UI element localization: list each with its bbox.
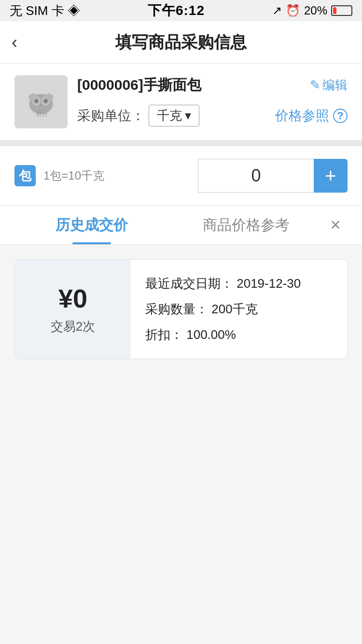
tabs-container: 历史成交价 商品价格参考 ×	[0, 206, 362, 245]
product-card: 野计 [0000006]手撕面包 ✎ 编辑 采购单位： 千克 ▾ 价格参照 ?	[0, 64, 362, 140]
quantity-right: 0 +	[198, 159, 348, 193]
edit-icon: ✎	[310, 78, 320, 93]
status-bar: 无 SIM 卡 ◈ 下午6:12 ↗ ⏰ 20%	[0, 0, 362, 21]
unit-conversion: 1包=10千克	[43, 168, 104, 183]
alarm-icon: ⏰	[286, 4, 300, 17]
location-icon: ↗	[272, 4, 282, 17]
price-ref-button[interactable]: 价格参照 ?	[275, 107, 348, 125]
latest-date-row: 最近成交日期： 2019-12-30	[145, 274, 333, 293]
tabs-close-button[interactable]: ×	[323, 213, 348, 237]
purchase-qty-row: 采购数量： 200千克	[145, 300, 333, 319]
unit-row: 采购单位： 千克 ▾ 价格参照 ?	[77, 105, 348, 126]
discount-row: 折扣： 100.00%	[145, 325, 333, 344]
price-ref-help-icon: ?	[333, 109, 348, 123]
svg-point-6	[44, 100, 47, 102]
battery-icon	[331, 5, 352, 16]
price-card: ¥0 交易2次 最近成交日期： 2019-12-30 采购数量： 200千克 折…	[14, 259, 348, 359]
price-card-left: ¥0 交易2次	[15, 260, 131, 359]
nav-bar: ‹ 填写商品采购信息	[0, 21, 362, 64]
price-card-right: 最近成交日期： 2019-12-30 采购数量： 200千克 折扣： 100.0…	[131, 260, 347, 359]
product-image: 野计	[14, 75, 68, 128]
price-value: ¥0	[58, 283, 87, 313]
back-button[interactable]: ‹	[12, 32, 17, 53]
quantity-row: 包 1包=10千克 0 +	[0, 146, 362, 206]
unit-select[interactable]: 千克 ▾	[149, 105, 199, 126]
main-content: ¥0 交易2次 最近成交日期： 2019-12-30 采购数量： 200千克 折…	[0, 245, 362, 534]
tab-price-reference[interactable]: 商品价格参考	[169, 206, 323, 244]
quantity-left: 包 1包=10千克	[14, 165, 104, 186]
price-card-container: ¥0 交易2次 最近成交日期： 2019-12-30 采购数量： 200千克 折…	[0, 245, 362, 374]
unit-value: 千克	[157, 107, 182, 124]
unit-badge: 包	[14, 165, 36, 186]
quantity-input[interactable]: 0	[198, 159, 314, 193]
battery-percent: 20%	[304, 4, 327, 17]
unit-label: 采购单位：	[77, 107, 145, 125]
section-divider	[0, 140, 362, 146]
transaction-count: 交易2次	[51, 318, 95, 335]
product-info: [0000006]手撕面包 ✎ 编辑 采购单位： 千克 ▾ 价格参照 ?	[77, 75, 348, 126]
product-name-row: [0000006]手撕面包 ✎ 编辑	[77, 75, 348, 95]
page-title: 填写商品采购信息	[115, 31, 247, 54]
product-name: [0000006]手撕面包	[77, 75, 201, 95]
svg-point-5	[35, 100, 38, 102]
status-right: ↗ ⏰ 20%	[272, 4, 352, 17]
svg-text:野计: 野计	[36, 111, 48, 118]
quantity-plus-button[interactable]: +	[314, 159, 348, 193]
owl-logo: 野计	[24, 85, 58, 119]
tab-active-indicator	[72, 242, 111, 244]
signal-text: 无 SIM 卡 ◈	[10, 2, 80, 19]
status-left: 无 SIM 卡 ◈	[10, 2, 80, 19]
status-time: 下午6:12	[148, 1, 205, 20]
edit-button[interactable]: ✎ 编辑	[310, 77, 348, 94]
tab-history[interactable]: 历史成交价	[14, 206, 169, 244]
dropdown-icon: ▾	[185, 108, 191, 123]
